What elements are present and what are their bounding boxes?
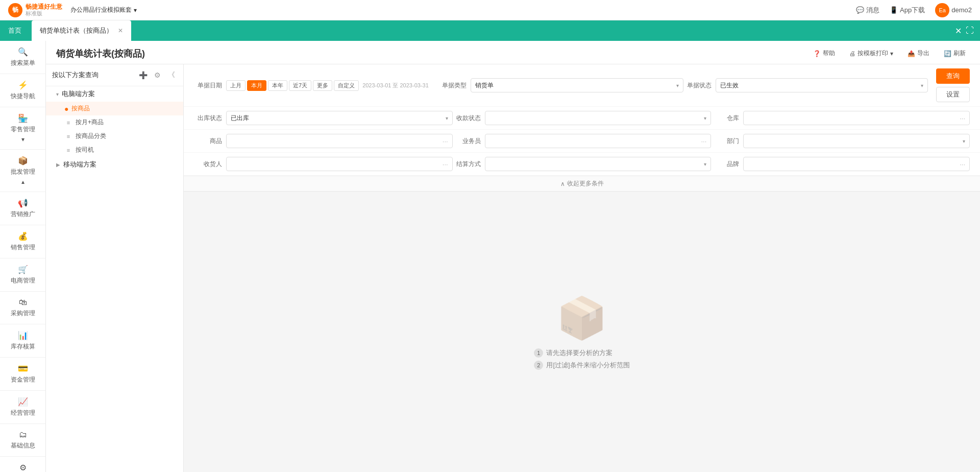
maximize-btn[interactable]: ⛶ bbox=[966, 26, 974, 35]
collapse-up-icon: ∧ bbox=[560, 180, 565, 187]
empty-hint-1-text: 请先选择要分析的方案 bbox=[546, 348, 612, 358]
empty-hints: 1 请先选择要分析的方案 2 用[过滤]条件来缩小分析范围 bbox=[534, 348, 629, 370]
empty-state: 📦 1 请先选择要分析的方案 2 用[过滤]条件来缩小分析范围 bbox=[184, 192, 980, 472]
empty-hint-2: 2 用[过滤]条件来缩小分析范围 bbox=[534, 361, 629, 370]
print-arrow: ▾ bbox=[890, 50, 893, 57]
sidebar-item-search[interactable]: 🔍 搜索菜单 bbox=[0, 41, 45, 74]
sales-icon: 💰 bbox=[18, 231, 28, 241]
pay-status-select[interactable]: ▾ bbox=[485, 111, 712, 125]
sidebar-item-base[interactable]: 🗂 基础信息 bbox=[0, 424, 45, 457]
help-btn[interactable]: ❓ 帮助 bbox=[809, 47, 839, 60]
report-tab-label: 销货单统计表（按商品） bbox=[40, 26, 113, 35]
salesperson-select[interactable]: ··· bbox=[485, 134, 712, 148]
retail-arrow: ▾ bbox=[21, 136, 24, 143]
message-btn[interactable]: 💬 消息 bbox=[856, 6, 879, 15]
filter-date-field: 单据日期 上月 本月 本年 近7天 更多 自定义 2023-03-01 至 20… bbox=[194, 80, 438, 91]
finance-icon: 💳 bbox=[18, 364, 28, 373]
sidebar-item-purchase[interactable]: 🛍 采购管理 bbox=[0, 292, 45, 324]
avatar: Ea bbox=[935, 3, 949, 17]
receiver-select[interactable]: ··· bbox=[226, 157, 453, 171]
date-this-year[interactable]: 本年 bbox=[268, 80, 287, 91]
close-tab-btn[interactable]: ✕ bbox=[955, 26, 962, 36]
goods-select[interactable]: ··· bbox=[226, 134, 453, 148]
filter-warehouse-field: 仓库 ··· bbox=[711, 111, 970, 125]
sidebar-item-inventory[interactable]: 📊 库存核算 bbox=[0, 324, 45, 358]
collapse-filters-btn[interactable]: ∧ 收起更多条件 bbox=[184, 176, 980, 191]
print-btn[interactable]: 🖨 按模板打印 ▾ bbox=[845, 47, 897, 60]
main-layout: 🔍 搜索菜单 ⚡ 快捷导航 🏪 零售管理 ▾ 📦 批发管理 ▴ 📢 营销推广 💰… bbox=[0, 41, 980, 472]
tabbar-actions: ✕ ⛶ bbox=[955, 26, 980, 36]
hint-num-2: 2 bbox=[534, 361, 543, 370]
tree-child-by-category[interactable]: ≡ 按商品分类 bbox=[46, 129, 183, 143]
doc-status-select[interactable]: 已生效 ▾ bbox=[716, 78, 928, 92]
sidebar-item-retail[interactable]: 🏪 零售管理 ▾ bbox=[0, 107, 45, 150]
sidebar-item-finance[interactable]: 💳 资金管理 bbox=[0, 358, 45, 391]
collapse-panel-btn[interactable]: 《 bbox=[166, 69, 177, 81]
filter-row-4: 收货人 ··· 结算方式 ▾ bbox=[184, 153, 980, 176]
app-download-btn[interactable]: 📱 App下载 bbox=[890, 6, 925, 15]
sidebar-item-wholesale[interactable]: 📦 批发管理 ▴ bbox=[0, 150, 45, 192]
tab-report[interactable]: 销货单统计表（按商品） ✕ bbox=[32, 20, 131, 41]
edit-scheme-btn[interactable]: ⚙ bbox=[152, 69, 163, 81]
message-icon: 💬 bbox=[856, 6, 864, 14]
payment-select[interactable]: ▾ bbox=[485, 157, 712, 171]
out-status-select[interactable]: 已出库 ▾ bbox=[226, 111, 453, 125]
sidebar-inventory-label: 库存核算 bbox=[11, 342, 35, 351]
brand-select[interactable]: ··· bbox=[743, 157, 970, 171]
sidebar-base-label: 基础信息 bbox=[11, 441, 35, 450]
tabbar: 首页 销货单统计表（按商品） ✕ ✕ ⛶ bbox=[0, 20, 980, 41]
logo-icon: 畅 bbox=[8, 3, 22, 17]
left-panel-title: 按以下方案查询 bbox=[52, 70, 134, 80]
tree-child-by-month-goods[interactable]: ≡ 按月+商品 bbox=[46, 115, 183, 129]
filter-out-status-field: 出库状态 已出库 ▾ bbox=[194, 111, 453, 125]
doc-type-select[interactable]: 销货单 ▾ bbox=[471, 78, 683, 92]
print-icon: 🖨 bbox=[849, 50, 855, 57]
tree-mobile-label: 移动端方案 bbox=[63, 160, 96, 169]
payment-caret: ▾ bbox=[704, 161, 706, 167]
print-label: 按模板打印 bbox=[857, 49, 888, 58]
tree-mobile-section[interactable]: ▶ 移动端方案 bbox=[46, 157, 183, 172]
wholesale-icon: 📦 bbox=[18, 156, 28, 166]
tree-child-by-goods[interactable]: ● 按商品 bbox=[46, 102, 183, 115]
sidebar-item-ecom[interactable]: 🛒 电商管理 bbox=[0, 258, 45, 292]
sidebar-retail-label: 零售管理 bbox=[11, 125, 35, 134]
brand-dots: ··· bbox=[960, 160, 965, 168]
query-btn[interactable]: 查询 bbox=[936, 68, 970, 84]
tab-close-btn[interactable]: ✕ bbox=[118, 27, 123, 34]
inventory-icon: 📊 bbox=[18, 331, 28, 340]
tree-child-by-driver[interactable]: ≡ 按司机 bbox=[46, 143, 183, 157]
pay-status-caret: ▾ bbox=[704, 115, 706, 121]
left-panel-header: 按以下方案查询 ➕ ⚙ 《 bbox=[46, 64, 183, 86]
date-last-7days[interactable]: 近7天 bbox=[289, 80, 311, 91]
date-more[interactable]: 更多 bbox=[313, 80, 332, 91]
sidebar-item-ops[interactable]: 📈 经营管理 bbox=[0, 391, 45, 424]
dept-select[interactable]: ▾ bbox=[743, 134, 970, 148]
add-scheme-btn[interactable]: ➕ bbox=[137, 69, 149, 81]
dept-label: 部门 bbox=[711, 137, 739, 146]
sidebar-item-marketing[interactable]: 📢 营销推广 bbox=[0, 192, 45, 225]
tree-desktop-label: 电脑端方案 bbox=[62, 89, 95, 99]
date-last-month[interactable]: 上月 bbox=[226, 80, 246, 91]
sidebar-item-system[interactable]: ⚙ 系统管理 bbox=[0, 457, 45, 472]
list-icon-3: ≡ bbox=[64, 146, 72, 154]
user-profile[interactable]: Ea demo2 bbox=[935, 3, 972, 17]
sidebar-item-quicknav[interactable]: ⚡ 快捷导航 bbox=[0, 74, 45, 107]
date-custom[interactable]: 自定义 bbox=[334, 80, 359, 91]
settings-btn[interactable]: 设置 bbox=[936, 87, 970, 102]
tab-home[interactable]: 首页 bbox=[0, 20, 30, 41]
export-btn[interactable]: 📤 导出 bbox=[903, 47, 934, 60]
goods-dots: ··· bbox=[443, 137, 448, 145]
sidebar-item-sales[interactable]: 💰 销售管理 bbox=[0, 225, 45, 258]
home-tab-label: 首页 bbox=[8, 26, 21, 35]
sidebar-quicknav-label: 快捷导航 bbox=[11, 92, 35, 101]
filter-area: 单据日期 上月 本月 本年 近7天 更多 自定义 2023-03-01 至 20… bbox=[184, 64, 980, 192]
wholesale-arrow: ▴ bbox=[21, 178, 24, 185]
workspace-selector[interactable]: 办公用品行业模拟账套 ▾ bbox=[70, 6, 137, 14]
refresh-btn[interactable]: 🔄 刷新 bbox=[940, 47, 970, 60]
right-content: 单据日期 上月 本月 本年 近7天 更多 自定义 2023-03-01 至 20… bbox=[184, 64, 980, 472]
sidebar-search-label: 搜索菜单 bbox=[11, 59, 35, 67]
tree-desktop-section[interactable]: ▾ 电脑端方案 bbox=[46, 86, 183, 102]
warehouse-select[interactable]: ··· bbox=[743, 111, 970, 125]
date-this-month[interactable]: 本月 bbox=[247, 80, 266, 91]
sidebar-marketing-label: 营销推广 bbox=[11, 210, 35, 219]
